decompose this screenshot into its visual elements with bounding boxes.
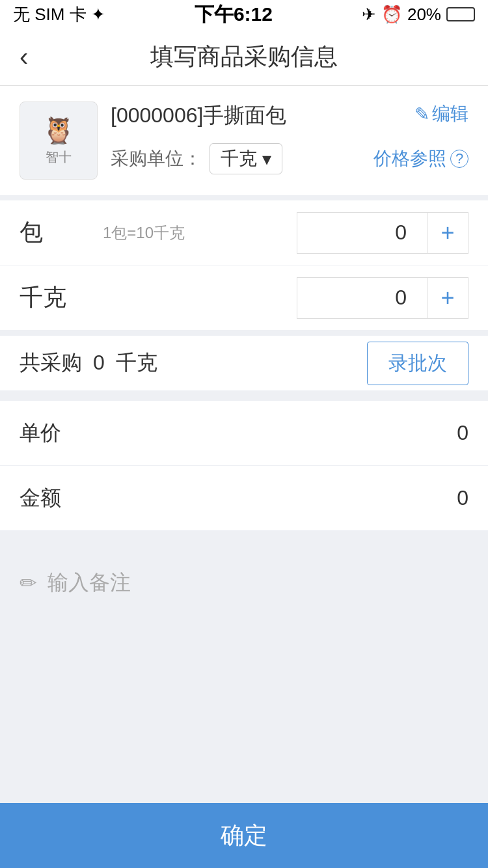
- qty-plus-bag[interactable]: +: [427, 212, 468, 254]
- unit-value: 千克: [221, 146, 257, 171]
- edit-label[interactable]: 编辑: [432, 102, 468, 126]
- alarm-icon: ⏰: [381, 5, 402, 25]
- status-left: 无 SIM 卡 ✦: [13, 3, 105, 26]
- pencil-icon: ✏: [20, 571, 37, 595]
- batch-button[interactable]: 录批次: [367, 342, 468, 385]
- product-name: [0000006]手撕面包: [111, 102, 414, 130]
- edit-icon: ✎: [414, 103, 429, 125]
- remark-placeholder: 输入备注: [47, 569, 131, 597]
- total-row: 共采购 0 千克 录批次: [0, 331, 488, 396]
- amount-value: 0: [457, 486, 468, 510]
- product-thumb-label: 智十: [46, 148, 72, 166]
- qty-sublabel-bag: 1包=10千克: [103, 223, 185, 243]
- quantity-row-bag: 包 1包=10千克 +: [0, 200, 488, 265]
- info-icon: ?: [450, 150, 468, 168]
- back-button[interactable]: ‹: [20, 42, 59, 72]
- remark-section[interactable]: ✏ 输入备注: [0, 531, 488, 635]
- location-icon: ✈: [362, 5, 376, 25]
- bottom-spacer: [0, 635, 488, 830]
- qty-label-bag: 包: [20, 217, 98, 249]
- product-unit-row: 采购单位： 千克 ▾ 价格参照 ?: [111, 143, 468, 174]
- total-text: 共采购 0 千克: [20, 349, 157, 377]
- price-ref-link[interactable]: 价格参照 ?: [373, 146, 468, 171]
- battery-percent: 20%: [407, 5, 441, 25]
- unit-select[interactable]: 千克 ▾: [210, 143, 282, 174]
- total-value: 0: [93, 351, 105, 374]
- owl-icon: 🦉: [42, 115, 75, 146]
- confirm-button[interactable]: 确定: [0, 803, 488, 868]
- qty-input-wrap-bag: +: [185, 212, 468, 254]
- qty-input-kg[interactable]: [297, 277, 427, 319]
- qty-input-wrap-kg: +: [98, 277, 468, 319]
- amount-label: 金额: [20, 484, 61, 513]
- battery-icon: [446, 7, 475, 21]
- total-label: 共采购: [20, 351, 82, 374]
- amount-row: 金额 0: [0, 466, 488, 531]
- product-top-row: [0000006]手撕面包 ✎ 编辑: [111, 102, 468, 130]
- total-unit: 千克: [116, 351, 157, 374]
- quantity-section: 包 1包=10千克 + 千克 +: [0, 200, 488, 331]
- nav-bar: ‹ 填写商品采购信息: [0, 29, 488, 86]
- dropdown-icon: ▾: [262, 148, 271, 170]
- status-time: 下午6:12: [195, 1, 273, 28]
- edit-link[interactable]: ✎ 编辑: [414, 102, 468, 126]
- status-right: ✈ ⏰ 20%: [362, 5, 475, 25]
- product-info: [0000006]手撕面包 ✎ 编辑 采购单位： 千克 ▾: [111, 102, 468, 174]
- qty-input-bag[interactable]: [297, 212, 427, 254]
- page-title: 填写商品采购信息: [150, 41, 338, 73]
- product-card: 🦉 智十 [0000006]手撕面包 ✎ 编辑 采购单位： 千克: [0, 86, 488, 200]
- price-info-section: 单价 0 金额 0: [0, 401, 488, 531]
- qty-label-kg: 千克: [20, 282, 98, 314]
- unit-label: 采购单位：: [111, 146, 202, 171]
- quantity-row-kg: 千克 +: [0, 265, 488, 331]
- product-thumbnail: 🦉 智十: [20, 102, 98, 180]
- price-value: 0: [457, 421, 468, 445]
- qty-plus-kg[interactable]: +: [427, 277, 468, 319]
- price-ref-label: 价格参照: [373, 146, 446, 171]
- price-row: 单价 0: [0, 401, 488, 466]
- status-bar: 无 SIM 卡 ✦ 下午6:12 ✈ ⏰ 20%: [0, 0, 488, 29]
- price-label: 单价: [20, 419, 61, 448]
